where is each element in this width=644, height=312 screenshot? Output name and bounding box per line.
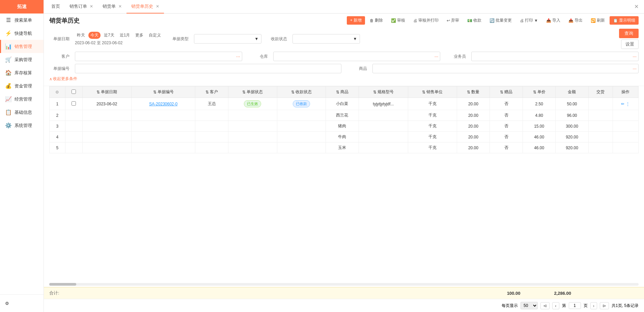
cell-checkbox[interactable] xyxy=(65,132,82,142)
date-tab-yesterday[interactable]: 昨天 xyxy=(75,32,87,39)
th-doc-no[interactable]: ⇅单据编号 xyxy=(131,86,195,98)
last-page-btn[interactable]: ⊳ xyxy=(600,302,609,309)
cell-payment-status: 已收款 xyxy=(277,98,326,110)
cell-doc-status xyxy=(228,110,277,121)
cell-spec-type: tyjytjytyjdf... xyxy=(359,98,408,110)
sidebar-item-inventory[interactable]: 🏠 库存核算 xyxy=(0,66,44,79)
query-button[interactable]: 查询 xyxy=(619,29,639,38)
settings-button[interactable]: 设置 xyxy=(621,40,639,49)
sidebar: 拓速 ☰ 搜索菜单 ⚡ 快捷导航 📊 销售管理 🛒 采购管理 🏠 库存核算 💰 … xyxy=(0,0,44,312)
th-doc-status[interactable]: ⇅单据状态 xyxy=(228,86,277,98)
cell-customer xyxy=(195,142,228,153)
show-detail-button[interactable]: 📋 显示明细 xyxy=(610,16,639,25)
warehouse-dots-btn[interactable]: ··· xyxy=(435,54,439,59)
goods-dots-btn[interactable]: ··· xyxy=(633,66,637,71)
batch-change-button[interactable]: 🔄 批量变更 xyxy=(486,16,515,25)
payment-status-badge: 已收款 xyxy=(293,100,310,107)
tab-sales-history-close[interactable]: ✕ xyxy=(156,4,159,9)
first-page-btn[interactable]: ⊲ xyxy=(540,302,550,309)
cell-amount: 920.00 xyxy=(556,132,588,142)
abandon-button[interactable]: ↩ 弃审 xyxy=(443,16,463,25)
sidebar-item-sales-mgmt[interactable]: 📊 销售管理 xyxy=(0,40,44,53)
collapse-link[interactable]: ∧ 收起更多条件 xyxy=(49,76,639,82)
new-button[interactable]: + 新增 xyxy=(347,16,365,25)
import-button[interactable]: 📥 导入 xyxy=(543,16,564,25)
salesman-dots-btn[interactable]: ··· xyxy=(633,54,637,59)
doc-no-input[interactable] xyxy=(75,64,341,73)
cell-doc-no xyxy=(131,121,195,132)
th-unit-price[interactable]: ⇅单价 xyxy=(523,86,556,98)
th-sales-unit[interactable]: ⇅销售单位 xyxy=(408,86,457,98)
date-tab-1month[interactable]: 近1月 xyxy=(118,32,132,39)
sidebar-item-label: 销售管理 xyxy=(15,44,32,50)
th-checkbox[interactable] xyxy=(65,86,82,98)
date-tab-more[interactable]: 更多 xyxy=(133,32,145,39)
cell-goods: 牛肉 xyxy=(326,132,359,142)
warehouse-input[interactable] xyxy=(273,52,441,61)
date-tab-today[interactable]: 今天 xyxy=(88,32,101,39)
tab-sales-order-close[interactable]: ✕ xyxy=(90,4,93,9)
gear-icon[interactable]: ⚙ xyxy=(55,90,59,95)
th-gift[interactable]: ⇅赠品 xyxy=(490,86,523,98)
sidebar-item-label: 搜索菜单 xyxy=(15,17,32,23)
prev-page-btn[interactable]: ‹ xyxy=(552,302,559,309)
cell-checkbox[interactable] xyxy=(65,110,82,121)
th-doc-date[interactable]: ⇅单据日期 xyxy=(82,86,131,98)
scrollbar[interactable] xyxy=(49,283,639,286)
sidebar-item-purchase-mgmt[interactable]: 🛒 采购管理 xyxy=(0,53,44,66)
per-page-select[interactable]: 50 100 200 xyxy=(521,302,538,309)
print-button[interactable]: 🖨 打印 ▼ xyxy=(516,16,541,25)
th-payment-status[interactable]: ⇅收款状态 xyxy=(277,86,326,98)
cell-quantity: 20.00 xyxy=(457,132,490,142)
customer-dots-btn[interactable]: ··· xyxy=(236,54,240,59)
cell-doc-date xyxy=(82,121,131,132)
audit-print-icon: 🖨 xyxy=(413,18,417,23)
doc-no-link[interactable]: SA-20230602-0 xyxy=(149,102,177,106)
audit-print-button[interactable]: 🖨 审核并打印 xyxy=(410,16,442,25)
more-icon[interactable]: ⋮ xyxy=(626,102,630,106)
sidebar-item-search-menu[interactable]: ☰ 搜索菜单 xyxy=(0,14,44,27)
sidebar-item-sys-mgmt[interactable]: ⚙️ 系统管理 xyxy=(0,119,44,132)
th-quantity[interactable]: ⇅数量 xyxy=(457,86,490,98)
cell-checkbox[interactable] xyxy=(65,142,82,153)
th-gear[interactable]: ⚙ xyxy=(50,86,65,98)
tab-sales-goods[interactable]: 销货单 ✕ xyxy=(98,0,127,14)
salesman-input[interactable] xyxy=(471,52,639,61)
refresh-button[interactable]: 🔁 刷新 xyxy=(587,16,608,25)
select-all-checkbox[interactable] xyxy=(72,89,76,94)
cell-gift: 否 xyxy=(490,98,523,110)
sidebar-item-basic-info[interactable]: 📋 基础信息 xyxy=(0,106,44,119)
sidebar-item-label: 库存核算 xyxy=(15,70,32,76)
scrollbar-thumb[interactable] xyxy=(49,283,76,286)
sidebar-item-quick-nav[interactable]: ⚡ 快捷导航 xyxy=(0,27,44,40)
sidebar-item-finance[interactable]: 💰 资金管理 xyxy=(0,79,44,93)
cell-checkbox[interactable] xyxy=(65,98,82,110)
edit-icon[interactable]: ✏ xyxy=(621,102,624,106)
export-button[interactable]: 📤 导出 xyxy=(565,16,586,25)
payment-status-select[interactable]: ▼ xyxy=(292,34,360,44)
th-spec-type[interactable]: ⇅规格型号 xyxy=(359,86,408,98)
th-goods[interactable]: ⇅商品 xyxy=(326,86,359,98)
audit-button[interactable]: ✅ 审核 xyxy=(388,16,409,25)
tab-home[interactable]: 首页 xyxy=(47,0,65,14)
close-all-tabs-button[interactable]: ✕ xyxy=(632,3,641,10)
filter-area: 单据日期 昨天 今天 近7天 近1月 更多 自定义 2023-06-02 至 2… xyxy=(44,25,644,86)
th-transaction: 交货 xyxy=(588,86,613,98)
tab-sales-history[interactable]: 销货单历史 ✕ xyxy=(127,0,164,14)
table-container: ⚙ ⇅单据日期 ⇅单据编号 ⇅客户 ⇅单据状态 ⇅收款状态 ⇅商品 ⇅规格型号 … xyxy=(44,86,644,282)
goods-input[interactable] xyxy=(372,64,639,73)
doc-type-select[interactable]: ▼ xyxy=(194,34,261,44)
tab-sales-order[interactable]: 销售订单 ✕ xyxy=(65,0,98,14)
date-tab-custom[interactable]: 自定义 xyxy=(147,32,163,39)
cell-checkbox[interactable] xyxy=(65,121,82,132)
sidebar-settings-icon-btn[interactable]: ⚙ xyxy=(0,297,44,309)
delete-button[interactable]: 🗑 删除 xyxy=(366,16,386,25)
customer-input[interactable] xyxy=(75,52,242,61)
tab-sales-goods-close[interactable]: ✕ xyxy=(118,4,122,9)
date-tab-7days[interactable]: 近7天 xyxy=(102,32,116,39)
collect-button[interactable]: 💵 收款 xyxy=(464,16,485,25)
sidebar-item-operations[interactable]: 📈 经营管理 xyxy=(0,93,44,106)
next-page-btn[interactable]: › xyxy=(590,302,597,309)
th-customer[interactable]: ⇅客户 xyxy=(195,86,228,98)
page-number-input[interactable] xyxy=(569,302,581,309)
